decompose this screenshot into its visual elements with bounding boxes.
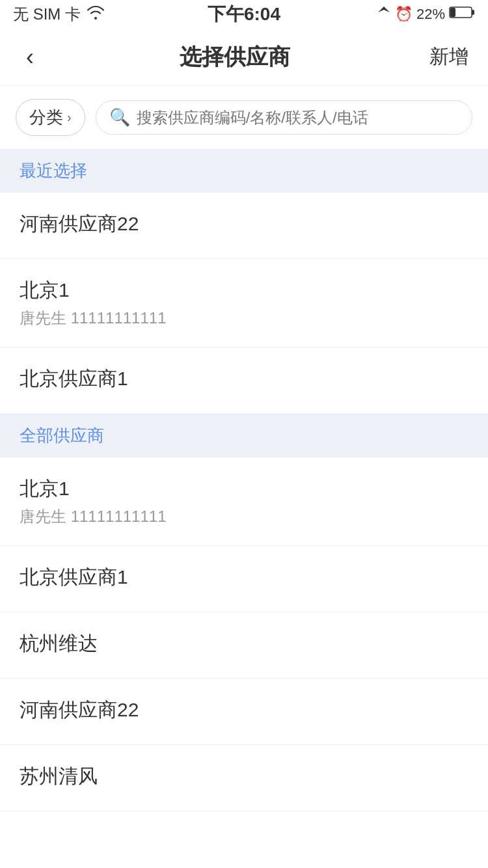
item-name: 北京供应商1 (20, 564, 468, 591)
list-item[interactable]: 河南供应商22 (0, 679, 488, 745)
item-contact: 唐先生 11111111111 (20, 506, 468, 527)
status-right: ⏰ 22% (377, 5, 475, 23)
all-section-header: 全部供应商 (0, 414, 488, 457)
category-button[interactable]: 分类 › (16, 99, 85, 136)
battery-label: 22% (416, 6, 445, 23)
item-name: 杭州维达 (20, 631, 468, 657)
list-item[interactable]: 杭州维达 (0, 612, 488, 679)
list-item[interactable]: 苏州清风 (0, 745, 488, 811)
no-sim-label: 无 SIM 卡 (13, 4, 81, 25)
status-left: 无 SIM 卡 (13, 4, 105, 25)
filter-bar: 分类 › 🔍 (0, 86, 488, 149)
list-item[interactable]: 河南供应商22 (0, 193, 488, 259)
chevron-right-icon: › (67, 110, 72, 125)
item-name: 河南供应商22 (20, 697, 468, 724)
nav-bar: ‹ 选择供应商 新增 (0, 29, 488, 86)
recent-list: 河南供应商22北京1唐先生 11111111111北京供应商1 (0, 193, 488, 414)
item-name: 北京1 (20, 277, 468, 304)
recent-section-label: 最近选择 (20, 161, 87, 180)
search-icon: 🔍 (109, 107, 130, 128)
item-name: 北京供应商1 (20, 366, 468, 392)
location-icon (377, 5, 391, 23)
search-box: 🔍 (96, 100, 472, 135)
page-title: 选择供应商 (180, 42, 290, 72)
item-name: 北京1 (20, 476, 468, 502)
list-item[interactable]: 北京1唐先生 11111111111 (0, 457, 488, 546)
svg-rect-2 (450, 8, 455, 17)
search-input[interactable] (137, 109, 459, 127)
item-contact: 唐先生 11111111111 (20, 308, 468, 329)
svg-rect-1 (472, 10, 474, 15)
all-list: 北京1唐先生 11111111111北京供应商1杭州维达河南供应商22苏州清风 (0, 457, 488, 811)
all-section-label: 全部供应商 (20, 426, 104, 445)
status-time: 下午6:04 (208, 2, 280, 27)
recent-section-header: 最近选择 (0, 149, 488, 193)
alarm-icon: ⏰ (395, 6, 413, 23)
back-button[interactable]: ‹ (20, 37, 40, 77)
item-name: 苏州清风 (20, 763, 468, 790)
category-label: 分类 (29, 106, 63, 129)
list-item[interactable]: 北京1唐先生 11111111111 (0, 259, 488, 347)
status-bar: 无 SIM 卡 下午6:04 ⏰ 22% (0, 0, 488, 29)
wifi-icon (86, 5, 105, 23)
item-name: 河南供应商22 (20, 211, 468, 237)
list-item[interactable]: 北京供应商1 (0, 347, 488, 414)
battery-icon (449, 6, 475, 23)
list-item[interactable]: 北京供应商1 (0, 546, 488, 612)
add-button[interactable]: 新增 (429, 44, 468, 70)
